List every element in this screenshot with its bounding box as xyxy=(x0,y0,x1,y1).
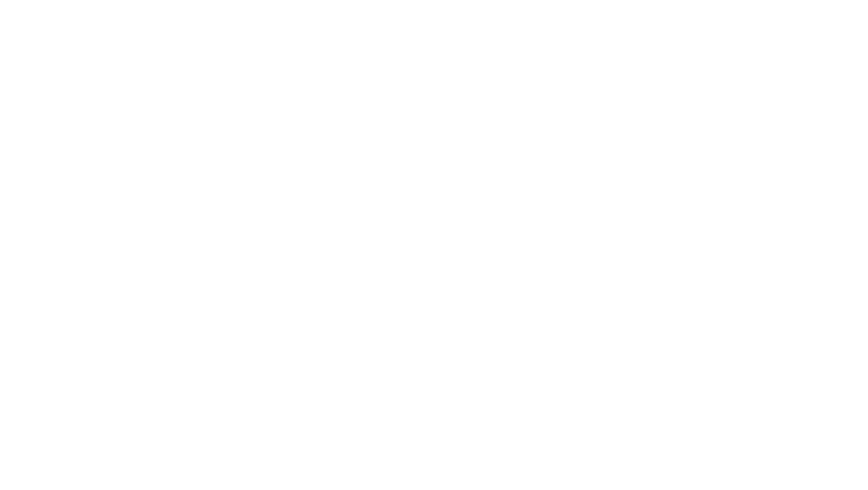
tree-diagram xyxy=(0,0,868,490)
